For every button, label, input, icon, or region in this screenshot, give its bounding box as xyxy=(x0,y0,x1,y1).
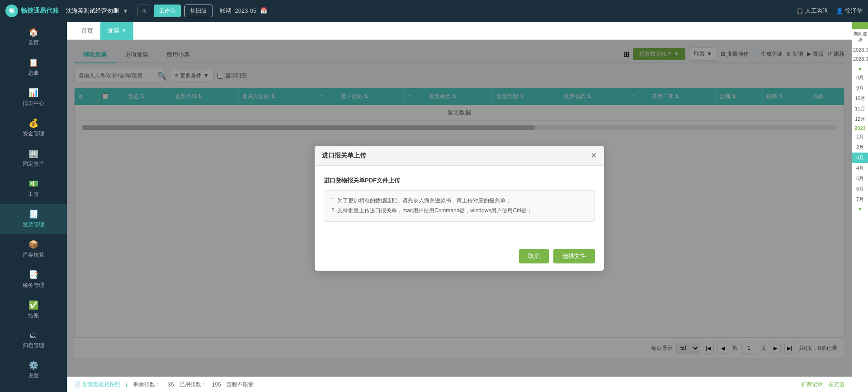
period-select-label: 期间选择 xyxy=(852,29,868,45)
period-2023-03-2[interactable]: 2023.03 xyxy=(852,54,868,63)
topbar-right: 🎧 人工咨询 👤 徐泽华 xyxy=(796,7,863,15)
workspace-button[interactable]: 工作台 xyxy=(154,5,181,17)
sidebar-label-archive: 归档管理 xyxy=(23,342,44,349)
period-5[interactable]: 5月 xyxy=(852,173,868,184)
period-7[interactable]: 7月 xyxy=(852,194,868,205)
sidebar-item-salary[interactable]: 💵 工资 xyxy=(0,173,67,204)
invoice-check-label[interactable]: 📄 发票查验及拍照 xyxy=(74,381,120,388)
sidebar-item-tax[interactable]: 📑 税务管理 xyxy=(0,264,67,295)
main-layout: 🏠 首页 📋 总账 📊 报表中心 💰 资金管理 🏢 固定资产 💵 工资 🧾 发票… xyxy=(0,22,868,392)
period-1[interactable]: 1月 xyxy=(852,132,868,142)
modal-close-button[interactable]: ✕ xyxy=(591,151,597,160)
settings-icon: ⚙️ xyxy=(28,360,38,370)
modal-notice-line-1: 1. 为了更加精准的数据匹配，请先录入海关缴款书，再上传对应的报关单； xyxy=(331,196,587,206)
period-3[interactable]: 3月 xyxy=(852,153,868,163)
doc-icon: 📄 xyxy=(74,381,81,387)
tab-invoice[interactable]: 发票 ✕ xyxy=(100,22,133,40)
sidebar-label-ledger: 总账 xyxy=(28,69,39,77)
sidebar-label-funds: 资金管理 xyxy=(23,130,44,138)
page-content: 销项发票 进项发票 费用小票 ⊞ 税务数字账户 ▼ 取票 xyxy=(67,40,852,377)
modal-body: 进口货物报关单PDF文件上传 1. 为了更加精准的数据匹配，请先录入海关缴款书，… xyxy=(315,166,604,241)
app-logo: 畅 畅捷通易代账 xyxy=(5,5,59,17)
sidebar-item-settings[interactable]: ⚙️ 设置 xyxy=(0,355,67,385)
service-link[interactable]: 🎧 人工咨询 xyxy=(796,7,829,15)
period-year-2023: 2023 xyxy=(854,124,866,132)
check-unlimited: 查验不限量 xyxy=(226,381,254,388)
logo-icon: 畅 xyxy=(5,5,18,17)
sidebar-label-invoice: 发票管理 xyxy=(23,221,44,229)
info-icon[interactable]: ℹ xyxy=(126,382,128,388)
modal-select-file-button[interactable]: 选择文件 xyxy=(553,249,595,263)
page-footer: 📄 发票查验及拍照 ℹ 剩余张数： -35 已用张数： 195 查验不限量 扩费… xyxy=(67,377,852,392)
sidebar-item-guide[interactable]: 🎓 新手引导 xyxy=(0,385,67,392)
tab-close-icon[interactable]: ✕ xyxy=(122,28,126,33)
sidebar-item-invoice[interactable]: 🧾 发票管理 xyxy=(0,204,67,234)
recharge-link[interactable]: 去充值 xyxy=(828,381,844,388)
tax-icon: 📑 xyxy=(28,270,38,280)
modal-cancel-button[interactable]: 取消 xyxy=(519,249,549,263)
home-icon: 🏠 xyxy=(28,27,38,37)
sidebar-item-ledger[interactable]: 📋 总账 xyxy=(0,52,67,82)
tab-invoice-label: 发票 xyxy=(108,27,119,35)
sidebar-item-inventory[interactable]: 📦 库存核算 xyxy=(0,234,67,264)
sidebar-item-home[interactable]: 🏠 首页 xyxy=(0,22,67,52)
sidebar-item-checkout[interactable]: ✅ 结账 xyxy=(0,295,67,325)
period-9[interactable]: 9月 xyxy=(852,83,868,93)
remaining-label: 剩余张数： xyxy=(133,381,160,388)
sidebar-label-checkout: 结账 xyxy=(28,312,39,320)
sidebar-item-reports[interactable]: 📊 报表中心 xyxy=(0,82,67,113)
salary-icon: 💵 xyxy=(28,179,38,189)
used-label: 已用张数： xyxy=(179,381,207,388)
period-10[interactable]: 10月 xyxy=(852,93,868,104)
period-12[interactable]: 12月 xyxy=(852,114,868,124)
inventory-icon: 📦 xyxy=(28,239,38,249)
assets-icon: 🏢 xyxy=(28,148,38,158)
modal-section-title: 进口货物报关单PDF文件上传 xyxy=(324,177,595,185)
company-dropdown-icon: ▼ xyxy=(123,8,128,14)
modal-header: 进口报关单上传 ✕ xyxy=(315,146,604,166)
ledger-icon: 📋 xyxy=(28,57,38,67)
company-selector[interactable]: 沈海英测试经营勿删 ▼ xyxy=(66,7,128,15)
checkout-icon: ✅ xyxy=(28,300,38,310)
sidebar-label-salary: 工资 xyxy=(28,191,39,198)
modal-title: 进口报关单上传 xyxy=(322,152,366,160)
sidebar-label-tax: 税务管理 xyxy=(23,282,44,289)
modal-overlay[interactable]: 进口报关单上传 ✕ 进口货物报关单PDF文件上传 1. 为了更加精准的数据匹配，… xyxy=(67,40,852,377)
tab-home[interactable]: 首页 xyxy=(74,22,100,40)
period-2[interactable]: 2月 xyxy=(852,142,868,153)
period-8[interactable]: 8月 xyxy=(852,72,868,83)
funds-icon: 💰 xyxy=(28,118,38,128)
modal-notice-line-2: 2. 支持批量上传进口报关单，mac用户使用Command键，windows用户… xyxy=(331,206,587,216)
upload-modal: 进口报关单上传 ✕ 进口货物报关单PDF文件上传 1. 为了更加精准的数据匹配，… xyxy=(315,146,604,270)
sidebar-item-funds[interactable]: 💰 资金管理 xyxy=(0,113,67,143)
modal-notice: 1. 为了更加精准的数据匹配，请先录入海关缴款书，再上传对应的报关单； 2. 支… xyxy=(324,190,595,221)
sidebar-item-archive[interactable]: 🗂 归档管理 xyxy=(0,325,67,355)
content-area: 首页 发票 ✕ 销项发票 进项发票 费用小票 xyxy=(67,22,852,392)
user-avatar-icon: 👤 xyxy=(836,8,843,14)
open-invoice-date-btn[interactable]: 开票日期 xyxy=(852,22,868,29)
reports-icon: 📊 xyxy=(28,88,38,98)
sidebar-item-assets[interactable]: 🏢 固定资产 xyxy=(0,143,67,173)
sidebar-label-inventory: 库存核算 xyxy=(23,251,44,259)
app-name: 畅捷通易代账 xyxy=(21,7,59,15)
print-icon-btn[interactable]: 🖨 xyxy=(137,5,150,17)
right-panel: 开票日期 期间选择 2023.03 2023.03 ▲ 8月 9月 10月 11… xyxy=(852,22,868,392)
used-value: 195 xyxy=(212,382,221,388)
footer-links: 扩费记录 去充值 xyxy=(801,381,844,388)
sidebar-label-home: 首页 xyxy=(28,39,39,47)
user-menu[interactable]: 👤 徐泽华 xyxy=(836,7,863,15)
period-11[interactable]: 11月 xyxy=(852,104,868,114)
period-4[interactable]: 4月 xyxy=(852,163,868,173)
company-name: 沈海英测试经营勿删 xyxy=(66,7,119,15)
sidebar-label-reports: 报表中心 xyxy=(23,100,44,107)
period-nav-up[interactable]: ▲ xyxy=(852,63,868,72)
period-nav-down[interactable]: ▼ xyxy=(852,205,868,214)
purchase-record-link[interactable]: 扩费记录 xyxy=(801,381,823,388)
period-2023-03-1[interactable]: 2023.03 xyxy=(852,45,868,54)
invoice-icon: 🧾 xyxy=(28,209,38,219)
calendar-icon[interactable]: 📅 xyxy=(260,7,267,14)
period-6[interactable]: 6月 xyxy=(852,184,868,194)
sidebar-label-assets: 固定资产 xyxy=(23,160,44,168)
service-icon: 🎧 xyxy=(796,8,803,14)
switch-version-button[interactable]: 切旧版 xyxy=(184,5,212,17)
